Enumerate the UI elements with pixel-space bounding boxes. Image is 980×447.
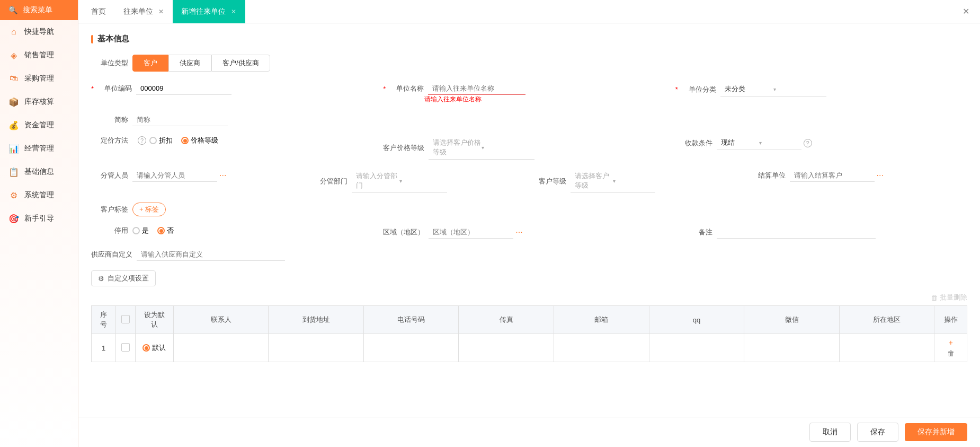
chevron-down-icon: ▾	[613, 178, 651, 184]
radio-no[interactable]	[157, 227, 165, 234]
col-fax: 传真	[459, 306, 554, 334]
sidebar-item-quick-nav[interactable]: ⌂ 快捷导航	[0, 20, 78, 43]
row-delete-button[interactable]: 🗑	[945, 348, 957, 358]
customer-price-level-select[interactable]: 请选择客户价格等级 ▾	[429, 136, 534, 160]
row-region[interactable]	[839, 334, 934, 362]
unit-type-label: 单位类型	[91, 58, 128, 68]
pricing-help-icon[interactable]: ?	[138, 136, 146, 145]
row-add-button[interactable]: +	[947, 337, 955, 348]
radio-level[interactable]	[181, 137, 189, 144]
tab-new-partner[interactable]: 新增往来单位 ✕	[173, 0, 245, 23]
unit-code-input[interactable]	[136, 82, 231, 95]
contacts-table: 序号 设为默认 联系人 到货地址 电话号码 传真 邮箱 qq 微信 所在地区 操…	[91, 305, 967, 362]
fax-input[interactable]	[464, 344, 548, 352]
customer-level-select[interactable]: 请选择客户等级 ▾	[571, 169, 655, 193]
cancel-button[interactable]: 取消	[809, 423, 851, 442]
row-qq[interactable]	[649, 334, 744, 362]
sidebar-item-finance[interactable]: 💰 资金管理	[0, 113, 78, 137]
unit-name-input[interactable]	[428, 82, 525, 95]
sidebar-item-sales[interactable]: ◈ 销售管理	[0, 43, 78, 67]
basic-info-icon: 📋	[8, 166, 19, 177]
col-wechat: 微信	[744, 306, 840, 334]
unit-type-supplier[interactable]: 供应商	[168, 55, 211, 72]
supervisor-input[interactable]	[132, 169, 217, 182]
sidebar-item-operations[interactable]: 📊 经营管理	[0, 137, 78, 160]
qq-input[interactable]	[655, 344, 739, 352]
disabled-yes[interactable]: 是	[132, 226, 149, 235]
radio-discount[interactable]	[149, 137, 157, 144]
col-qq: qq	[649, 306, 744, 334]
payment-help-icon[interactable]: ?	[804, 139, 812, 147]
contact-input[interactable]	[179, 344, 263, 352]
tab-partners[interactable]: 往来单位 ✕	[115, 0, 173, 23]
save-and-new-button[interactable]: 保存并新增	[905, 423, 967, 441]
tab-partners-close[interactable]: ✕	[158, 8, 164, 15]
remark-input[interactable]	[717, 226, 876, 239]
phone-input[interactable]	[369, 344, 453, 352]
supervisor-more-btn[interactable]: ···	[217, 171, 228, 180]
customer-tag-group: 客户标签 + 标签	[91, 203, 967, 216]
sidebar-item-label: 采购管理	[24, 74, 54, 83]
row-address[interactable]	[269, 334, 364, 362]
sidebar-item-basic-info[interactable]: 📋 基础信息	[0, 160, 78, 183]
select-all-checkbox[interactable]	[121, 315, 130, 323]
supplier-custom-group: 供应商自定义	[91, 248, 967, 261]
row-abbreviation: 简称	[91, 113, 967, 126]
row-supplier-custom: 供应商自定义	[91, 248, 967, 261]
unit-type-both[interactable]: 客户/供应商	[211, 55, 270, 72]
row-default-radio[interactable]: 默认	[141, 343, 168, 353]
row-pricing: 定价方法 ? 折扣 价格等级 客户价格等级 请选择客户价格等级	[91, 136, 967, 160]
col-contact: 联系人	[173, 306, 269, 334]
disabled-radio-group: 是 否	[132, 226, 174, 235]
row-wechat[interactable]	[744, 334, 840, 362]
unit-category-select[interactable]: 未分类 ▾	[720, 82, 826, 97]
custom-settings-button[interactable]: ⚙ 自定义项设置	[91, 270, 156, 286]
sidebar-item-label: 系统管理	[24, 190, 54, 200]
window-close-button[interactable]: ✕	[956, 6, 976, 16]
customer-level-label: 客户等级	[529, 177, 566, 186]
customer-price-level-label: 客户价格等级	[383, 143, 424, 153]
sidebar-search[interactable]: 🔍 搜索菜单	[0, 0, 78, 20]
region-input[interactable]	[429, 226, 513, 239]
row-contact[interactable]	[173, 334, 269, 362]
pricing-discount[interactable]: 折扣	[149, 136, 173, 145]
row-disabled: 停用 是 否 区域（地区） ··· 备注	[91, 226, 967, 239]
sidebar-item-system[interactable]: ⚙ 系统管理	[0, 183, 78, 207]
row-email[interactable]	[554, 334, 649, 362]
payment-terms-select[interactable]: 现结 ▾	[717, 136, 801, 150]
supplier-custom-input[interactable]	[137, 248, 285, 261]
disabled-no[interactable]: 否	[157, 226, 174, 235]
col-email: 邮箱	[554, 306, 649, 334]
settlement-unit-more-btn[interactable]: ···	[875, 171, 886, 180]
email-input[interactable]	[559, 344, 644, 352]
batch-delete-label[interactable]: 批量删除	[940, 293, 967, 302]
radio-yes[interactable]	[132, 227, 140, 234]
inventory-icon: 📦	[8, 97, 19, 107]
tab-new-partner-close[interactable]: ✕	[231, 8, 236, 15]
settlement-unit-input[interactable]	[790, 169, 875, 182]
save-button[interactable]: 保存	[857, 423, 898, 442]
tab-home[interactable]: 首页	[83, 0, 115, 23]
gear-icon: ⚙	[98, 275, 104, 283]
department-label: 分管部门	[310, 177, 348, 186]
sidebar-item-newbie[interactable]: 🎯 新手引导	[0, 207, 78, 230]
sidebar-item-purchase[interactable]: 🛍 采购管理	[0, 67, 78, 90]
row-checkbox[interactable]	[121, 343, 130, 352]
sidebar-search-label: 搜索菜单	[23, 5, 52, 15]
unit-category-value: 未分类	[725, 84, 773, 94]
pricing-level[interactable]: 价格等级	[181, 136, 218, 145]
unit-type-customer[interactable]: 客户	[132, 55, 168, 72]
unit-category-label: 单位分类	[679, 85, 716, 94]
row-phone[interactable]	[363, 334, 459, 362]
wechat-input[interactable]	[750, 344, 834, 352]
batch-delete-icon: 🗑	[931, 294, 938, 302]
address-input[interactable]	[274, 344, 358, 352]
region-row-input[interactable]	[845, 344, 929, 352]
add-tag-button[interactable]: + 标签	[132, 203, 166, 216]
abbreviation-input[interactable]	[132, 113, 228, 126]
sidebar-item-inventory[interactable]: 📦 库存核算	[0, 90, 78, 113]
department-select[interactable]: 请输入分管部门 ▾	[352, 169, 447, 193]
radio-default[interactable]	[142, 344, 150, 352]
region-more-btn[interactable]: ···	[513, 227, 524, 237]
row-fax[interactable]	[459, 334, 554, 362]
